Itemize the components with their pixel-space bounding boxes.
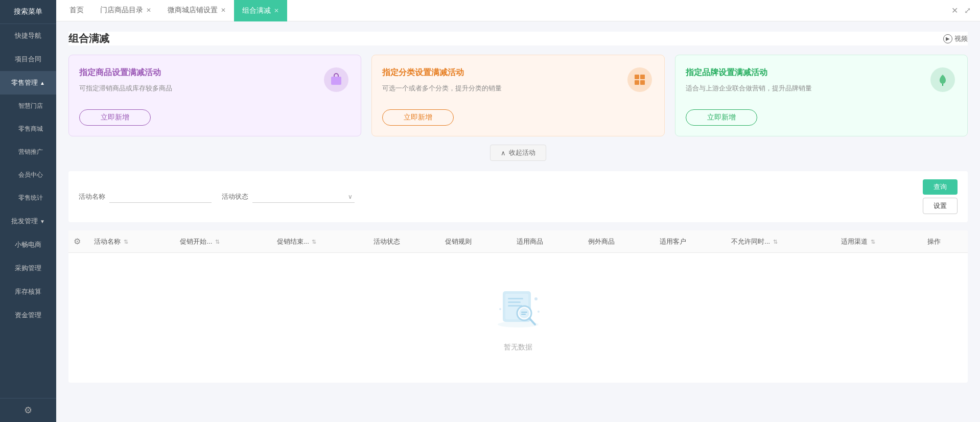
card-title-product: 指定商品设置满减活动: [79, 67, 351, 78]
th-end: 促销结束... ⇅: [272, 230, 369, 253]
sidebar-item-retail-mall[interactable]: 零售商城: [0, 118, 56, 140]
th-operation: 操作: [922, 230, 968, 253]
card-btn-brand[interactable]: 立即新增: [686, 109, 757, 126]
svg-rect-3: [635, 80, 639, 85]
sort-icon-name[interactable]: ⇅: [124, 239, 128, 245]
sort-icon-start[interactable]: ⇅: [215, 239, 220, 245]
sidebar-item-label: 库存核算: [15, 287, 41, 296]
gear-icon[interactable]: ⚙: [24, 405, 32, 416]
th-name: 活动名称 ⇅: [89, 230, 175, 253]
svg-rect-1: [635, 75, 639, 79]
window-controls: ✕ ⤢: [947, 6, 975, 15]
filter-name-input[interactable]: [109, 191, 212, 203]
card-title-category: 指定分类设置满减活动: [382, 67, 654, 78]
tab-close-combo-discount[interactable]: ✕: [274, 7, 279, 14]
collapse-button[interactable]: ∧ 收起活动: [490, 145, 546, 161]
th-channel-label: 适用渠道: [841, 238, 868, 245]
settings-icon[interactable]: ⚙: [74, 237, 81, 246]
th-rule: 促销规则: [440, 230, 511, 253]
th-channel: 适用渠道 ⇅: [836, 230, 922, 253]
sidebar-item-marketing[interactable]: 营销推广: [0, 140, 56, 163]
sidebar-item-wholesale-mgmt[interactable]: 批发管理 ▼: [0, 209, 56, 233]
filter-status-group: 活动状态 进行中 已结束 未开始 ∨: [222, 191, 355, 203]
close-window-button[interactable]: ✕: [951, 6, 958, 15]
page-content: 组合满减 ▶ 视频 指定商品设置满减活动 可指定滞销商品或库存较多商品 立即新增: [56, 21, 980, 422]
card-desc-category: 可选一个或者多个分类，提升分类的销量: [382, 83, 654, 99]
tab-home[interactable]: 首页: [61, 0, 92, 21]
page-title: 组合满减: [68, 32, 109, 45]
th-settings: ⚙: [68, 230, 89, 253]
sidebar-item-label: 零售统计: [18, 194, 43, 202]
th-start: 促销开始... ⇅: [175, 230, 272, 253]
card-icon-brand: [930, 67, 955, 92]
sidebar-item-label: 零售商城: [18, 125, 43, 133]
empty-illustration: [487, 284, 549, 335]
svg-rect-4: [640, 80, 645, 85]
page-header: 组合满减 ▶ 视频: [68, 32, 968, 45]
chevron-down-icon: ▼: [40, 219, 45, 224]
th-start-label: 促销开始...: [180, 238, 212, 245]
activity-card-category: 指定分类设置满减活动 可选一个或者多个分类，提升分类的销量 立即新增: [371, 55, 664, 136]
sort-icon-no-same-time[interactable]: ⇅: [773, 239, 778, 245]
chevron-up-icon: ∧: [501, 149, 506, 157]
sidebar-item-label: 快捷导航: [15, 31, 41, 40]
svg-rect-11: [508, 305, 522, 307]
maximize-window-button[interactable]: ⤢: [964, 6, 971, 15]
filter-status-select-wrapper: 进行中 已结束 未开始 ∨: [252, 191, 355, 203]
sidebar-item-label: 会员中心: [18, 171, 43, 179]
svg-rect-2: [640, 75, 645, 79]
filter-buttons: 查询 设置: [923, 179, 958, 214]
th-goods: 适用商品: [511, 230, 583, 253]
sort-icon-channel[interactable]: ⇅: [871, 239, 875, 245]
th-exception: 例外商品: [583, 230, 655, 253]
chevron-up-icon: ▲: [40, 80, 45, 86]
card-icon-product: [324, 67, 348, 92]
sidebar-item-label: 批发管理: [11, 217, 38, 226]
sidebar-bottom: ⚙: [0, 398, 56, 422]
sidebar-item-project-contract[interactable]: 项目合同: [0, 48, 56, 71]
th-no-same-time-label: 不允许同时...: [731, 238, 770, 245]
sidebar-item-purchase-mgmt[interactable]: 采购管理: [0, 256, 56, 280]
sort-icon-end[interactable]: ⇅: [312, 239, 316, 245]
svg-rect-15: [521, 312, 527, 313]
tab-wechat-store[interactable]: 微商城店铺设置 ✕: [159, 0, 234, 21]
set-button[interactable]: 设置: [923, 198, 958, 214]
sidebar-item-inventory[interactable]: 库存核算: [0, 280, 56, 303]
card-title-brand: 指定品牌设置满减活动: [686, 67, 957, 78]
collapse-bar: ∧ 收起活动: [68, 145, 968, 161]
tab-bar: 首页 门店商品目录 ✕ 微商城店铺设置 ✕ 组合满减 ✕ ✕ ⤢: [56, 0, 980, 21]
card-btn-category[interactable]: 立即新增: [382, 109, 454, 126]
card-btn-product[interactable]: 立即新增: [79, 109, 151, 126]
svg-point-13: [519, 308, 529, 318]
filter-name-group: 活动名称: [79, 191, 212, 203]
sidebar-item-retail-mgmt[interactable]: 零售管理 ▲: [0, 71, 56, 95]
filter-status-label: 活动状态: [222, 192, 248, 201]
video-link[interactable]: ▶ 视频: [943, 34, 968, 43]
table-wrapper: ⚙ 活动名称 ⇅ 促销开始... ⇅ 促销结束... ⇅: [68, 230, 968, 383]
tab-close-store-catalog[interactable]: ✕: [146, 7, 151, 14]
sidebar-item-xiaochang[interactable]: 小畅电商: [0, 233, 56, 256]
sidebar-search[interactable]: 搜索菜单: [0, 0, 56, 24]
empty-text: 暂无数据: [79, 343, 958, 352]
sidebar-item-label: 零售管理: [11, 78, 38, 87]
activity-card-product: 指定商品设置满减活动 可指定滞销商品或库存较多商品 立即新增: [68, 55, 361, 136]
tab-combo-discount[interactable]: 组合满减 ✕: [234, 0, 287, 21]
sidebar-item-capital-mgmt[interactable]: 资金管理: [0, 303, 56, 327]
tab-store-catalog[interactable]: 门店商品目录 ✕: [92, 0, 159, 21]
card-desc-brand: 适合与上游企业联合做营销，提升品牌销量: [686, 83, 957, 99]
activity-card-brand: 指定品牌设置满减活动 适合与上游企业联合做营销，提升品牌销量 立即新增: [675, 55, 968, 136]
filter-status-select[interactable]: 进行中 已结束 未开始: [252, 191, 355, 203]
sidebar-item-smart-store[interactable]: 智慧门店: [0, 95, 56, 118]
svg-rect-9: [508, 298, 523, 299]
svg-rect-0: [331, 77, 341, 85]
sidebar-item-retail-stats[interactable]: 零售统计: [0, 186, 56, 209]
tab-close-wechat-store[interactable]: ✕: [221, 7, 226, 14]
filter-bar: 活动名称 活动状态 进行中 已结束 未开始 ∨ 查询 设置: [68, 171, 968, 222]
query-button[interactable]: 查询: [923, 179, 958, 195]
sidebar-item-member-center[interactable]: 会员中心: [0, 163, 56, 186]
th-customer: 适用客户: [655, 230, 726, 253]
svg-point-18: [499, 308, 501, 310]
sidebar-item-quick-nav[interactable]: 快捷导航: [0, 24, 56, 48]
th-status: 活动状态: [368, 230, 440, 253]
sidebar-item-label: 资金管理: [15, 311, 41, 320]
